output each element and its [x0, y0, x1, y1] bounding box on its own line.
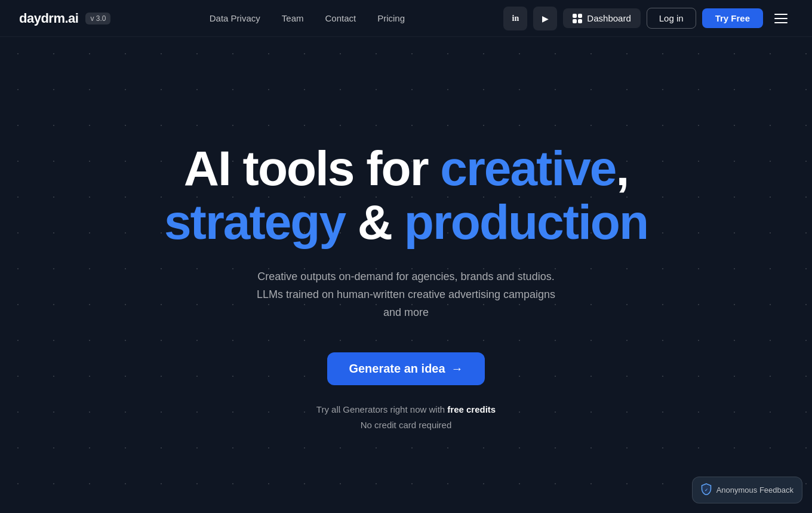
hero-note-text: Try all Generators right now with: [316, 404, 448, 414]
navbar-center: Data Privacy Team Contact Pricing: [210, 13, 405, 23]
anonymous-feedback-button[interactable]: ✓ Anonymous Feedback: [692, 477, 802, 503]
hero-subtitle: Creative outputs on-demand for agencies,…: [251, 268, 561, 321]
nav-link-data-privacy[interactable]: Data Privacy: [210, 13, 260, 23]
navbar-right: in ▶ Dashboard Log in Try Free: [503, 7, 793, 30]
hero-title-part1: AI tools for: [184, 141, 441, 195]
hero-title-and: &: [345, 195, 404, 249]
linkedin-icon: in: [512, 14, 519, 23]
svg-text:✓: ✓: [704, 488, 708, 492]
generate-idea-button[interactable]: Generate an idea →: [327, 352, 484, 385]
logo: daydrm.ai: [19, 11, 78, 26]
version-badge: v 3.0: [85, 13, 110, 24]
youtube-button[interactable]: ▶: [533, 7, 557, 30]
hero-note-sub: No credit card required: [361, 420, 452, 430]
hero-title: AI tools for creative, strategy & produc…: [164, 142, 648, 249]
dashboard-label: Dashboard: [587, 13, 630, 23]
hero-section: AI tools for creative, strategy & produc…: [0, 37, 812, 513]
nav-link-pricing[interactable]: Pricing: [377, 13, 405, 23]
hero-note: Try all Generators right now with free c…: [316, 402, 496, 432]
anonymous-feedback-label: Anonymous Feedback: [716, 486, 793, 494]
hero-title-creative: creative: [440, 141, 616, 195]
hero-title-punct: ,: [616, 141, 628, 195]
login-button[interactable]: Log in: [647, 8, 696, 29]
try-free-button[interactable]: Try Free: [702, 8, 763, 28]
navbar: daydrm.ai v 3.0 Data Privacy Team Contac…: [0, 0, 812, 37]
dashboard-grid-icon: [573, 14, 582, 23]
menu-line-1: [774, 14, 788, 15]
menu-line-3: [774, 22, 788, 23]
dashboard-button[interactable]: Dashboard: [563, 8, 640, 28]
generate-idea-label: Generate an idea: [349, 362, 445, 376]
menu-button[interactable]: [769, 7, 793, 30]
hero-note-bold: free credits: [447, 404, 496, 414]
hero-title-strategy: strategy: [164, 195, 345, 249]
shield-icon: ✓: [701, 483, 712, 497]
nav-link-contact[interactable]: Contact: [325, 13, 356, 23]
navbar-left: daydrm.ai v 3.0: [19, 11, 110, 26]
nav-link-team[interactable]: Team: [282, 13, 304, 23]
youtube-icon: ▶: [542, 14, 549, 23]
linkedin-button[interactable]: in: [503, 7, 527, 30]
menu-line-2: [774, 18, 788, 19]
arrow-right-icon: →: [451, 362, 463, 376]
hero-title-production: production: [404, 195, 648, 249]
